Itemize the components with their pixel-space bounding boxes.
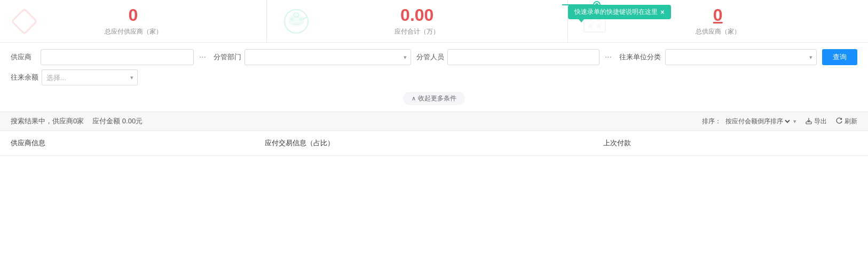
- refresh-label: 刷新: [845, 117, 857, 126]
- tooltip-area: 快速录单的快捷键说明在这里 ×: [558, 2, 599, 7]
- export-label: 导出: [814, 117, 827, 126]
- filter-row-2: 往来余额 选择... ▾: [11, 69, 857, 85]
- col-payment-header: 上次付款: [603, 138, 857, 148]
- svg-point-4: [299, 18, 302, 21]
- stat-total-payable-suppliers: 0 总应付供应商（家）: [0, 0, 267, 42]
- export-button[interactable]: 导出: [805, 117, 827, 126]
- person-label: 分管人员: [416, 52, 444, 62]
- filter-supplier-field: 供应商 ···: [11, 49, 208, 65]
- tooltip-bubble: 快速录单的快捷键说明在这里 ×: [568, 5, 671, 19]
- payable-total-number: 0.00: [400, 6, 433, 25]
- col-supplier-header: 供应商信息: [11, 138, 265, 148]
- collapse-label: 收起更多条件: [418, 94, 456, 103]
- person-input[interactable]: [447, 49, 599, 65]
- department-select[interactable]: [244, 49, 411, 65]
- supplier-dots-btn[interactable]: ···: [197, 53, 208, 61]
- filter-area: 供应商 ··· 分管部门 ▾ 分管人员 ··· 往来单位分类: [0, 43, 868, 112]
- diamond-icon: [10, 6, 39, 36]
- refresh-icon: [835, 117, 843, 125]
- unit-category-select[interactable]: [665, 49, 817, 65]
- payable-total-label: 应付合计（万）: [394, 27, 439, 36]
- balance-select-wrap: 选择... ▾: [42, 69, 138, 85]
- filter-unit-category-field: 往来单位分类 ▾: [619, 49, 817, 65]
- payable-suppliers-number: 0: [129, 6, 138, 25]
- sort-select[interactable]: 按应付会额倒序排序: [723, 117, 792, 125]
- filter-department-field: 分管部门 ▾: [214, 49, 411, 65]
- svg-rect-10: [588, 24, 593, 28]
- svg-rect-0: [12, 9, 37, 34]
- unit-category-label: 往来单位分类: [619, 52, 662, 62]
- collapse-button[interactable]: ∧ 收起更多条件: [403, 92, 465, 105]
- sort-label: 排序： 按应付会额倒序排序 ▾: [702, 117, 796, 126]
- svg-point-3: [290, 18, 294, 21]
- stat-payable-total: 0.00 应付合计（万） 快速录单的快捷键说明在这里 ×: [267, 0, 568, 42]
- collapse-chevron-icon: ∧: [412, 95, 416, 102]
- supplier-label: 供应商: [11, 52, 37, 62]
- table-header: 供应商信息 应付交易信息（占比） 上次付款: [0, 131, 868, 156]
- export-icon: [805, 117, 812, 125]
- balance-label: 往来余额: [11, 73, 38, 82]
- refresh-button[interactable]: 刷新: [835, 117, 857, 126]
- query-button[interactable]: 查询: [822, 49, 857, 65]
- pig-icon: [280, 5, 312, 37]
- filter-row-1: 供应商 ··· 分管部门 ▾ 分管人员 ··· 往来单位分类: [11, 49, 857, 65]
- tooltip-close[interactable]: ×: [661, 9, 665, 16]
- supplier-input[interactable]: [41, 49, 194, 65]
- department-select-wrap: ▾: [244, 49, 411, 65]
- total-suppliers-number: 0: [713, 6, 723, 25]
- filter-balance-field: 往来余额 选择... ▾: [11, 69, 160, 85]
- balance-select[interactable]: 选择...: [42, 69, 138, 85]
- stats-bar: 0 总应付供应商（家） 0.00 应付合计（万） 快速录单的快捷键说明在这里 ×: [0, 0, 868, 43]
- unit-category-select-wrap: ▾: [665, 49, 817, 65]
- payable-suppliers-label: 总应付供应商（家）: [105, 27, 162, 36]
- collapse-row: ∧ 收起更多条件: [11, 90, 857, 107]
- col-transaction-header: 应付交易信息（占比）: [265, 138, 603, 148]
- svg-rect-11: [597, 24, 601, 28]
- sort-chevron-icon: ▾: [793, 118, 796, 124]
- result-amount: 应付金额 0.00元: [92, 116, 143, 126]
- department-label: 分管部门: [214, 52, 241, 62]
- result-bar: 搜索结果中，供应商0家 应付金额 0.00元 排序： 按应付会额倒序排序 ▾ 导…: [0, 112, 868, 131]
- result-supplier-count: 搜索结果中，供应商0家: [11, 116, 84, 126]
- table-body: [0, 156, 868, 275]
- result-info: 搜索结果中，供应商0家 应付金额 0.00元: [11, 116, 143, 126]
- result-actions: 排序： 按应付会额倒序排序 ▾ 导出 刷新: [702, 117, 857, 126]
- total-suppliers-label: 总供应商（家）: [696, 27, 740, 36]
- filter-person-field: 分管人员 ···: [416, 49, 614, 65]
- tooltip-text: 快速录单的快捷键说明在这里: [574, 7, 658, 17]
- person-dots-btn[interactable]: ···: [603, 53, 614, 61]
